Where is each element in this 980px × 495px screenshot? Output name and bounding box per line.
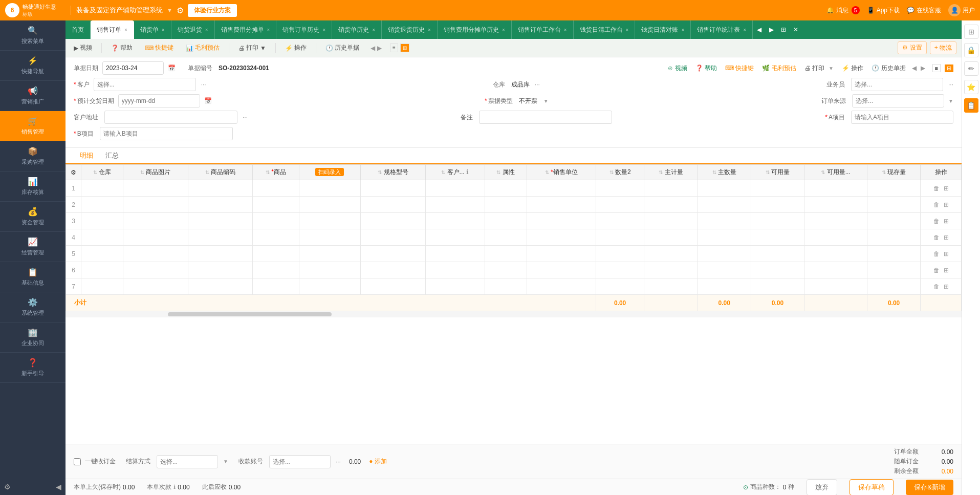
horizontal-scrollbar[interactable] (66, 311, 962, 317)
tab-close-cash-reconcile[interactable]: × (681, 27, 684, 33)
copy-row-1[interactable]: ⊞ (943, 184, 950, 193)
account-input[interactable] (269, 455, 331, 468)
payment-method-input[interactable] (157, 455, 218, 468)
detail-tab-mingxi[interactable]: 明细 (74, 148, 99, 164)
cell-img-2[interactable] (123, 197, 188, 213)
tab-sales-stat[interactable]: 销售订单统计表 × (691, 20, 753, 39)
payment-method-dropdown[interactable]: ▼ (223, 459, 228, 464)
sidebar-collapse-icon[interactable]: ◀ (56, 483, 61, 491)
cell-img-3[interactable] (123, 213, 188, 229)
detail-tab-huizong[interactable]: 汇总 (99, 148, 125, 163)
hist-next[interactable]: ▶ (921, 64, 925, 72)
settings-btn[interactable]: ⚙ 设置 (898, 41, 926, 54)
tab-sales-return-history[interactable]: 销货退货历史 × (382, 20, 438, 39)
cell-unit-3[interactable] (527, 213, 596, 229)
tab-sales-workbench[interactable]: 销售订单工作台 × (512, 20, 574, 39)
list-view-btn[interactable]: ≡ (932, 64, 941, 72)
cell-mqty-7[interactable] (698, 278, 751, 295)
delivery-calendar-icon[interactable]: 📅 (204, 97, 212, 104)
shortcut-btn[interactable]: ⌨ 快捷键 (142, 42, 177, 53)
tab-sales-bill[interactable]: 销货单 × (134, 20, 171, 39)
tab-expand-btn[interactable]: ⊞ (777, 20, 790, 39)
address-dots[interactable]: ··· (243, 114, 248, 121)
cell-qty2-7[interactable] (596, 278, 644, 295)
cell-avail-2[interactable] (751, 197, 804, 213)
col-product[interactable]: ⇅ *商品 (253, 165, 299, 180)
cell-attr-6[interactable] (485, 262, 527, 278)
save-draft-btn[interactable]: 保存草稿 (850, 479, 894, 496)
cell-ccode-4[interactable] (425, 229, 485, 246)
col-stock[interactable]: ⇅ 现存量 (867, 165, 920, 180)
cell-qty2-2[interactable] (596, 197, 644, 213)
scrollbar-thumb[interactable] (168, 312, 332, 316)
help-link[interactable]: ❓ 帮助 (695, 64, 717, 73)
cell-unit-4[interactable] (527, 229, 596, 246)
system-dropdown[interactable]: ▼ (167, 7, 172, 13)
col-warehouse[interactable]: ⇅ 仓库 (81, 165, 123, 180)
calendar-icon[interactable]: 📅 (168, 64, 176, 72)
col-qty2[interactable]: ⇅ 数量2 (596, 165, 644, 180)
sidebar-item-guide[interactable]: ❓ 新手引导 (0, 353, 66, 383)
cell-mqty-5[interactable] (698, 246, 751, 262)
prev-page-icon[interactable]: ◀ (371, 45, 375, 52)
cell-stock-7[interactable] (867, 278, 920, 295)
tab-prev-btn[interactable]: ◀ (753, 20, 765, 39)
cell-code-6[interactable] (188, 262, 253, 278)
history-link[interactable]: 🕐 历史单据 (872, 64, 905, 73)
cell-warehouse-5[interactable] (81, 246, 123, 262)
cell-munit-1[interactable] (644, 180, 698, 197)
cell-product-2[interactable] (253, 197, 299, 213)
cell-scan-1[interactable] (299, 180, 360, 197)
view-btn[interactable]: ▶ 视频 (71, 42, 95, 53)
col-product-img[interactable]: ⇅ 商品图片 (123, 165, 188, 180)
help-btn[interactable]: ❓ 帮助 (108, 42, 136, 53)
cell-avail-1[interactable] (751, 180, 804, 197)
cell-img-1[interactable] (123, 180, 188, 197)
tab-sales-order[interactable]: 销售订单 × (91, 20, 134, 39)
cell-spec-2[interactable] (361, 197, 426, 213)
add-payment-btn[interactable]: ● 添加 (369, 457, 387, 466)
cell-scan-7[interactable] (299, 278, 360, 295)
copy-row-4[interactable]: ⊞ (943, 233, 950, 242)
cell-scan-5[interactable] (299, 246, 360, 262)
sidebar-item-search[interactable]: 🔍 搜索菜单 (0, 20, 66, 51)
cell-scan-6[interactable] (299, 262, 360, 278)
copy-row-2[interactable]: ⊞ (943, 200, 950, 209)
sidebar-item-operation[interactable]: 📈 经营管理 (0, 232, 66, 262)
discard-btn[interactable]: 放弃 (807, 479, 837, 496)
cell-code-3[interactable] (188, 213, 253, 229)
cell-unit-7[interactable] (527, 278, 596, 295)
app-download-btn[interactable]: 📱 App下载 (867, 6, 900, 15)
cell-munit-7[interactable] (644, 278, 698, 295)
op-btn[interactable]: ⚡ 操作 (282, 42, 310, 53)
cell-attr-7[interactable] (485, 278, 527, 295)
cell-attr-4[interactable] (485, 229, 527, 246)
tab-cash-daily[interactable]: 钱货日清工作台 × (574, 20, 636, 39)
cell-mqty-2[interactable] (698, 197, 751, 213)
cell-avail2-4[interactable] (804, 229, 867, 246)
tab-close-sales-return-history[interactable]: × (428, 27, 431, 33)
tab-close-sales-stat[interactable]: × (743, 27, 746, 33)
cell-avail2-1[interactable] (804, 180, 867, 197)
op-link[interactable]: ⚡ 操作 (842, 64, 863, 73)
cell-mqty-6[interactable] (698, 262, 751, 278)
cell-warehouse-4[interactable] (81, 229, 123, 246)
tab-close-sales-bill-history[interactable]: × (372, 27, 375, 33)
view-link[interactable]: ⊙ 视频 (668, 64, 687, 73)
right-panel-btn-3[interactable]: ✏ (964, 61, 978, 76)
message-btn[interactable]: 🔔 消息 5 (826, 6, 860, 15)
cell-avail-3[interactable] (751, 213, 804, 229)
right-panel-btn-4[interactable]: ⭐ (964, 80, 978, 94)
col-spec[interactable]: ⇅ 规格型号 (361, 165, 426, 180)
cell-mqty-3[interactable] (698, 213, 751, 229)
next-page-icon[interactable]: ▶ (377, 45, 382, 52)
delete-row-1[interactable]: 🗑 (932, 184, 941, 193)
cell-spec-4[interactable] (361, 229, 426, 246)
cell-avail2-2[interactable] (804, 197, 867, 213)
cell-code-7[interactable] (188, 278, 253, 295)
cell-unit-2[interactable] (527, 197, 596, 213)
address-input[interactable] (104, 111, 237, 124)
sidebar-item-finance[interactable]: 💰 资金管理 (0, 202, 66, 232)
delete-row-4[interactable]: 🗑 (932, 233, 941, 242)
cell-avail2-3[interactable] (804, 213, 867, 229)
